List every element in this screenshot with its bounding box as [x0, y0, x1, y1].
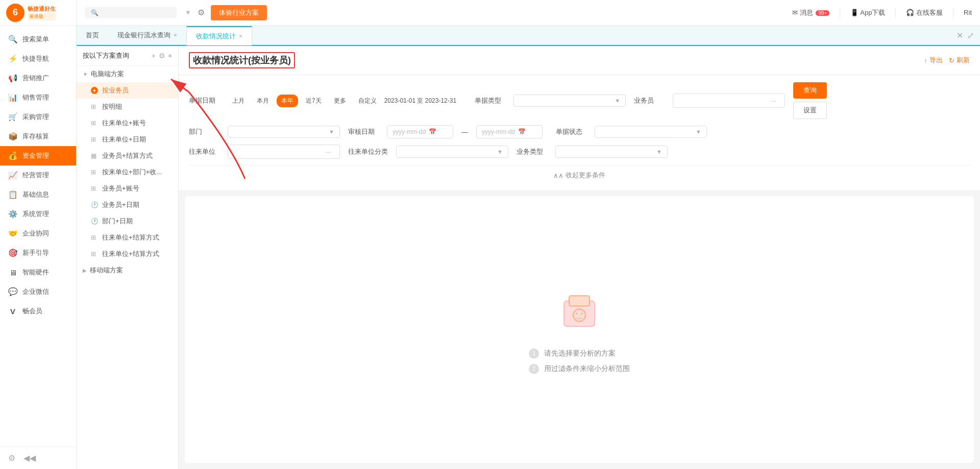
doc-type-label: 单据类型 — [475, 96, 505, 105]
right-panel: 收款情况统计(按业务员) ↑ 导出 ↻ 刷新 单据日期 — [179, 46, 980, 469]
scheme-group-mobile-header[interactable]: ▶ 移动端方案 — [77, 262, 178, 278]
collapse-btn[interactable]: ∧∧ 收起更多条件 — [553, 171, 605, 180]
scheme-item-salesperson-account[interactable]: ⊞ 业务员+账号 — [77, 180, 178, 197]
tab-home[interactable]: 首页 — [77, 26, 108, 45]
query-button[interactable]: 查询 — [793, 82, 827, 99]
divider2 — [895, 8, 896, 18]
content-area: 按以下方案查询 + ⚙ « ▼ 电脑端方案 ● 按业务员 ⊞ 按 — [77, 46, 980, 469]
hardware-icon: 🖥 — [8, 268, 17, 277]
sidebar-item-enterprise[interactable]: 🤝 企业协同 — [0, 224, 76, 243]
salesperson-account-icon: ⊞ — [91, 185, 98, 192]
partner-category-select[interactable]: ▼ — [396, 146, 508, 158]
scheme-item-dept-date[interactable]: 🕐 部门+日期 — [77, 213, 178, 229]
tab-bar: 首页 现金银行流水查询 × 收款情况统计 × ✕ ⤢ — [77, 26, 980, 46]
partner-select[interactable]: ··· — [228, 145, 340, 159]
empty-tips: 1 请先选择要分析的方案 2 用过滤条件来缩小分析范围 — [529, 348, 630, 374]
tab-collection-stats[interactable]: 收款情况统计 × — [186, 26, 252, 45]
enterprise-icon: 🤝 — [8, 229, 17, 238]
unit-method2-icon: ⊞ — [91, 250, 98, 257]
detail-grid-icon: ⊞ — [91, 103, 98, 110]
svg-point-4 — [581, 313, 583, 315]
sidebar-item-system[interactable]: ⚙️ 系统管理 — [0, 204, 76, 224]
scheme-settings-icon[interactable]: ⚙ — [159, 52, 165, 60]
business-type-arrow-icon: ▼ — [656, 149, 662, 155]
wechat-icon: 💬 — [8, 287, 17, 296]
topbar-dropdown-icon[interactable]: ▼ — [185, 9, 191, 16]
scheme-collapse-icon[interactable]: « — [168, 52, 172, 60]
scheme-item-unit-method1[interactable]: ⊞ 往来单位+结算方式 — [77, 229, 178, 246]
business-type-select[interactable]: ▼ — [555, 146, 668, 158]
date-range-display: 2023-01-01 至 2023-12-31 — [384, 97, 456, 105]
scheme-item-salesperson-method[interactable]: ▦ 业务员+结算方式 — [77, 148, 178, 164]
scheme-item-by-salesperson[interactable]: ● 按业务员 — [77, 82, 178, 99]
tip-num-1: 1 — [529, 348, 539, 359]
review-date-from[interactable]: yyyy-mm-dd 📅 — [387, 125, 453, 138]
date-btn-more[interactable]: 更多 — [329, 95, 351, 107]
export-btn[interactable]: ↑ 导出 — [924, 56, 943, 65]
review-date-to[interactable]: yyyy-mm-dd 📅 — [476, 125, 543, 138]
salesperson-dot-icon: ● — [91, 87, 98, 94]
sidebar-settings-icon[interactable]: ⚙ — [8, 453, 15, 463]
salesperson-select[interactable]: ··· — [673, 93, 785, 108]
scheme-item-by-detail[interactable]: ⊞ 按明细 — [77, 99, 178, 115]
app-download-link[interactable]: 📱 App下载 — [850, 8, 885, 17]
set-button[interactable]: 设置 — [793, 102, 827, 119]
tab-bank-flow-close[interactable]: × — [174, 32, 177, 39]
sidebar-item-sales[interactable]: 📊 销售管理 — [0, 88, 76, 107]
partner-more-icon[interactable]: ··· — [322, 148, 334, 156]
doc-type-select[interactable]: ▼ — [513, 95, 626, 107]
scheme-item-unit-account[interactable]: ⊞ 往来单位+账号 — [77, 115, 178, 131]
user-name[interactable]: Rit — [964, 9, 972, 16]
tab-expand-icon[interactable]: ⤢ — [967, 31, 974, 40]
sidebar-item-operations[interactable]: 📈 经营管理 — [0, 166, 76, 185]
empty-svg — [554, 286, 605, 337]
topbar-search-box[interactable]: 🔍 — [85, 7, 177, 18]
sidebar-item-hardware[interactable]: 🖥 智能硬件 — [0, 263, 76, 282]
date-btn-last-month[interactable]: 上月 — [228, 95, 249, 107]
dept-arrow-icon: ▼ — [329, 129, 334, 135]
tab-bank-flow[interactable]: 现金银行流水查询 × — [108, 26, 186, 45]
scheme-item-salesperson-date[interactable]: 🕐 业务员+日期 — [77, 197, 178, 213]
trial-btn[interactable]: 体验行业方案 — [211, 5, 267, 20]
sidebar-item-member[interactable]: V 畅会员 — [0, 301, 76, 321]
scheme-add-icon[interactable]: + — [152, 52, 156, 60]
divider1 — [840, 8, 840, 18]
sidebar-item-finance[interactable]: 💰 资金管理 — [0, 146, 76, 166]
scheme-group-desktop-header[interactable]: ▼ 电脑端方案 — [77, 66, 178, 82]
sidebar-item-guide[interactable]: 🎯 新手引导 — [0, 243, 76, 263]
purchase-icon: 🛒 — [8, 112, 17, 122]
logo-text: 畅捷通好生 标准版 — [28, 5, 56, 20]
date-btn-custom[interactable]: 自定义 — [354, 95, 381, 107]
empty-tip-2: 2 用过滤条件来缩小分析范围 — [529, 364, 630, 374]
review-date-label: 审核日期 — [348, 127, 379, 136]
date-btn-this-month[interactable]: 本月 — [252, 95, 274, 107]
sidebar-item-search[interactable]: 🔍 搜索菜单 — [0, 30, 76, 49]
salesperson-more-icon[interactable]: ··· — [767, 97, 779, 105]
date-btn-last-7-days[interactable]: 近7天 — [301, 95, 326, 107]
scheme-group-mobile: ▶ 移动端方案 — [77, 262, 178, 278]
sidebar-item-quick-nav[interactable]: ⚡ 快捷导航 — [0, 49, 76, 68]
tab-collection-stats-close[interactable]: × — [239, 33, 242, 40]
date-label: 单据日期 — [189, 96, 219, 105]
scheme-item-unit-method2[interactable]: ⊞ 往来单位+结算方式 — [77, 246, 178, 262]
divider3 — [953, 8, 953, 18]
sidebar-collapse-icon[interactable]: ◀◀ — [23, 453, 36, 463]
topbar-gear-icon[interactable]: ⚙ — [198, 8, 205, 17]
dept-select[interactable]: ▼ — [228, 126, 340, 138]
sidebar-item-marketing[interactable]: 📢 营销推广 — [0, 68, 76, 88]
online-service-link[interactable]: 🎧 在线客服 — [906, 8, 943, 17]
tab-close-all-icon[interactable]: ✕ — [957, 31, 963, 40]
main: 🔍 ▼ ⚙ 体验行业方案 ✉ 消息 99+ 📱 App下载 🎧 在线客服 R — [77, 0, 980, 469]
scheme-item-unit-dept[interactable]: ⊞ 按来单位+部门+收... — [77, 164, 178, 180]
sidebar-item-basic[interactable]: 📋 基础信息 — [0, 185, 76, 204]
message-area[interactable]: ✉ 消息 99+ — [792, 8, 829, 17]
calendar-from-icon: 📅 — [429, 128, 436, 135]
sidebar-item-wechat[interactable]: 💬 企业微信 — [0, 282, 76, 301]
doc-status-select[interactable]: ▼ — [595, 126, 707, 138]
sidebar-item-inventory[interactable]: 📦 库存核算 — [0, 127, 76, 146]
sidebar-item-purchase[interactable]: 🛒 采购管理 — [0, 107, 76, 127]
unit-dept-icon: ⊞ — [91, 169, 98, 176]
refresh-btn[interactable]: ↻ 刷新 — [949, 56, 970, 65]
date-btn-this-year[interactable]: 本年 — [277, 95, 298, 107]
scheme-item-unit-date[interactable]: ⊞ 往来单位+日期 — [77, 131, 178, 148]
